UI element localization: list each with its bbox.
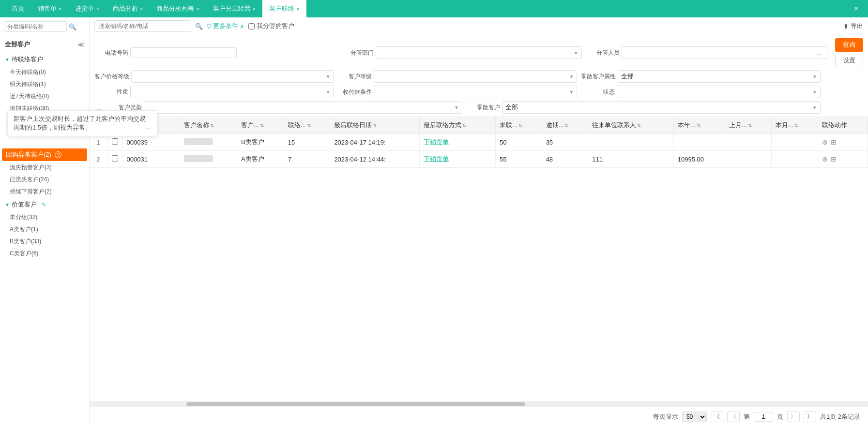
triangle-icon: ▼ — [5, 57, 10, 62]
customer-type-select[interactable]: ▼ — [144, 101, 462, 114]
retail-customer-label: 零散客户 — [466, 103, 500, 112]
my-customers-checkbox[interactable] — [248, 23, 255, 29]
close-product-analysis-list-tab[interactable]: × — [196, 0, 199, 17]
sidebar-collapse-icon[interactable]: ≪ — [77, 41, 84, 48]
th-contact[interactable]: 联络...⇅ — [284, 117, 330, 134]
th-last-month[interactable]: 上月...⇅ — [725, 117, 772, 134]
edit-value-group-icon[interactable]: ✎ — [42, 202, 46, 208]
cell-this-year — [673, 134, 725, 151]
more-conditions-button[interactable]: ▽ 更多条件 ∧ — [207, 22, 244, 30]
sort-icon-last-date: ⇅ — [373, 123, 377, 128]
next-page-button[interactable]: 〉 — [787, 411, 800, 422]
horizontal-scrollbar[interactable] — [90, 401, 868, 407]
action-link-icon[interactable]: ⊗ — [822, 155, 828, 163]
nav-sales[interactable]: 销售单 × — [31, 0, 68, 17]
th-type[interactable]: 客户...⇅ — [237, 117, 284, 134]
dept-field: 分管部门 ▼ — [340, 46, 581, 59]
sidebar-item-lost-pre[interactable]: 流失预警客户(3) — [0, 162, 89, 174]
customer-level-select[interactable]: ▼ — [374, 70, 578, 83]
first-page-button[interactable]: 《 — [711, 411, 723, 422]
my-customers-filter[interactable]: 我分管的客户 — [248, 22, 294, 30]
table-row: 1 000039 B类客户 15 2023-04-17 14:19: 下销货单 … — [90, 134, 868, 151]
th-this-month[interactable]: 本月...⇅ — [772, 117, 818, 134]
close-purchase-tab[interactable]: × — [96, 0, 99, 17]
sort-icon-last-month: ⇅ — [748, 123, 752, 128]
sidebar-item-7days[interactable]: 近7天待联络(0) — [0, 90, 89, 103]
sidebar-item-tomorrow[interactable]: 明天待联络(1) — [0, 78, 89, 90]
last-page-button[interactable]: 》 — [804, 411, 816, 422]
th-unit-contact[interactable]: 往来单位联系人⇅ — [588, 117, 674, 134]
sort-icon-last-method: ⇅ — [462, 123, 466, 128]
status-arrow: ▼ — [812, 89, 817, 95]
nav-home[interactable]: 首页 — [5, 0, 31, 17]
prev-page-button[interactable]: 〈 — [727, 411, 740, 422]
cell-checkbox[interactable] — [107, 151, 122, 168]
sidebar-search-icon[interactable]: 🔍 — [69, 23, 76, 30]
scrollbar-thumb[interactable] — [186, 402, 525, 406]
dept-label: 分管部门 — [340, 49, 374, 57]
close-product-analysis-tab[interactable]: × — [140, 0, 143, 17]
export-icon: ⬆ — [843, 23, 849, 30]
nav-customer-tier[interactable]: 客户分层经营 × — [206, 0, 262, 17]
action-grid-icon[interactable]: ⊞ — [831, 155, 837, 163]
cell-last-method[interactable]: 下销货单 — [419, 134, 495, 151]
phone-input[interactable] — [130, 47, 237, 58]
row-checkbox[interactable] — [112, 155, 118, 162]
th-action: 联络动作 — [818, 117, 868, 134]
th-overdue[interactable]: 逾期...⇅ — [542, 117, 588, 134]
payment-select[interactable]: ▼ — [374, 86, 578, 98]
retail-attr-select[interactable]: 全部 ▼ — [618, 70, 821, 83]
export-button[interactable]: ⬆ 导出 — [843, 22, 863, 30]
action-link-icon[interactable]: ⊗ — [822, 138, 828, 146]
price-level-select[interactable]: ▼ — [131, 70, 334, 83]
page-input[interactable] — [754, 412, 773, 422]
th-no-contact[interactable]: 未联...⇅ — [496, 117, 542, 134]
search-icon[interactable]: 🔍 — [195, 23, 203, 30]
nav-customer-contact[interactable]: 客户联络 × — [262, 0, 306, 17]
th-name[interactable]: 客户名称⇅ — [180, 117, 237, 134]
dept-select[interactable]: ▼ — [376, 46, 581, 59]
cell-last-method[interactable]: 下销货单 — [419, 151, 495, 168]
th-last-method[interactable]: 最后联络方式⇅ — [419, 117, 495, 134]
value-customer-group-header[interactable]: ▼ 价值客户 ✎ — [0, 198, 89, 211]
search-input[interactable] — [94, 20, 191, 32]
top-nav: 首页 销售单 × 进货单 × 商品分析 × 商品分析列表 × 客户分层经营 × … — [0, 0, 868, 17]
person-select[interactable]: ... — [622, 46, 827, 59]
sidebar-search-input[interactable] — [4, 21, 67, 32]
nav-product-analysis-list[interactable]: 商品分析列表 × — [150, 0, 206, 17]
sidebar-item-c-class[interactable]: C类客户(6) — [0, 248, 89, 260]
query-button[interactable]: 查询 — [835, 38, 863, 52]
pending-contact-title[interactable]: ▼ 待联络客户 — [0, 53, 89, 66]
sidebar-item-today[interactable]: 今天待联络(0) — [0, 66, 89, 78]
person-select-dots[interactable]: ... — [814, 49, 824, 57]
th-last-date[interactable]: 最后联络日期⇅ — [330, 117, 420, 134]
table-header-row: ⚙ 客户编码⇅ 客户名称⇅ 客户...⇅ 联络...⇅ — [90, 117, 868, 134]
window-close-button[interactable]: × — [849, 4, 863, 13]
sidebar-item-a-class[interactable]: A类客户(1) — [0, 223, 89, 235]
status-select[interactable]: ▼ — [617, 86, 821, 98]
sidebar-item-lost[interactable]: 已流失客户(24) — [0, 174, 89, 186]
settings-button[interactable]: 设置 — [835, 54, 863, 67]
sort-icon-contact: ⇅ — [307, 123, 311, 128]
action-grid-icon[interactable]: ⊞ — [831, 138, 837, 146]
per-page-select[interactable]: 50 20 100 — [682, 411, 707, 422]
repurchase-help-icon[interactable]: ? — [55, 151, 61, 158]
sidebar-item-declining[interactable]: 持续下滑客户(2) — [0, 186, 89, 198]
nav-product-analysis[interactable]: 商品分析 × — [106, 0, 150, 17]
sidebar-item-ungroup[interactable]: 未分组(32) — [0, 211, 89, 223]
person-label: 分管人员 — [586, 49, 620, 57]
th-this-year[interactable]: 本年...⇅ — [673, 117, 725, 134]
row-checkbox[interactable] — [112, 138, 118, 145]
cell-this-month — [772, 151, 818, 168]
retail-customer-select[interactable]: 全部 ▼ — [502, 101, 821, 114]
cell-action: ⊗ ⊞ — [818, 134, 868, 151]
sidebar-item-repurchase-abnormal[interactable]: 回购异常客户(2) ? — [2, 148, 87, 161]
close-sales-tab[interactable]: × — [59, 0, 61, 17]
close-customer-tier-tab[interactable]: × — [253, 0, 256, 17]
sidebar-item-b-class[interactable]: B类客户(33) — [0, 235, 89, 248]
cell-idx: 2 — [90, 151, 107, 168]
close-customer-contact-tab[interactable]: × — [296, 0, 299, 17]
all-customers-label: 全部客户 — [5, 40, 30, 49]
gender-select[interactable]: ▼ — [130, 86, 334, 98]
nav-purchase[interactable]: 进货单 × — [68, 0, 106, 17]
